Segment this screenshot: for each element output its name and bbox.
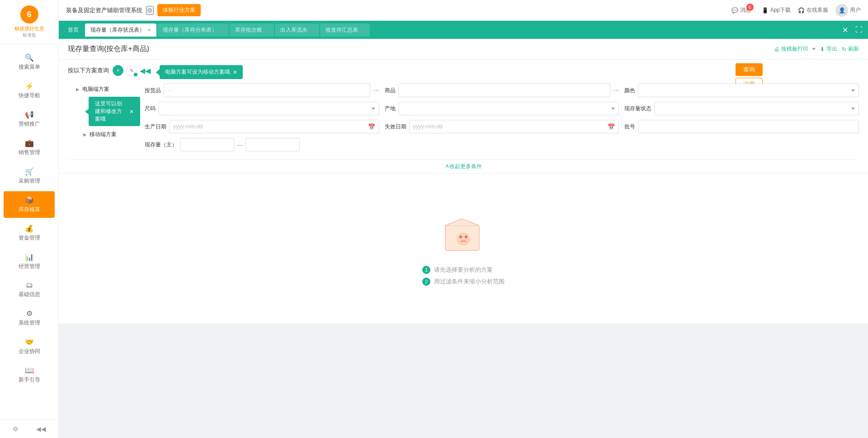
- sidebar-item-purchase[interactable]: 🛒 采购管理: [4, 163, 55, 189]
- export-button[interactable]: ⬇ 导出: [820, 45, 837, 53]
- sidebar-item-operation[interactable]: 📊 经营管理: [4, 248, 55, 275]
- expire-date-field: 失效日期 yyyy-mm-dd 📅: [385, 120, 619, 133]
- user-action[interactable]: 👤 用户: [835, 4, 861, 17]
- stock-status-field: 现存量状态: [624, 102, 859, 115]
- edit-scheme-button[interactable]: ✎: [126, 65, 137, 76]
- scheme-tooltip: 电脑方案可设为移动方案哦 ✕: [160, 65, 243, 79]
- marketing-icon: 📢: [25, 110, 34, 119]
- scheme-arrow-icon[interactable]: ◀◀: [140, 66, 151, 75]
- phone-icon: 📱: [762, 7, 769, 14]
- refresh-label: 刷新: [848, 45, 859, 53]
- search-nav-icon: 🔍: [25, 53, 34, 62]
- sidebar-item-marketing[interactable]: 📢 营销推广: [4, 106, 55, 132]
- sidebar-item-guide[interactable]: 📖 新手引导: [4, 362, 55, 388]
- system-settings-button[interactable]: ⚙: [146, 6, 154, 15]
- tab-close-all-button[interactable]: ✕: [840, 24, 850, 36]
- tree-mobile-expand-icon: ▶: [83, 132, 87, 137]
- expire-date-input[interactable]: yyyy-mm-dd 📅: [409, 120, 619, 133]
- tab-inventory-status[interactable]: 现存量（库存状况表） ✕: [85, 24, 156, 37]
- empty-illustration: [436, 210, 491, 255]
- sidebar-item-finance[interactable]: 💰 资金管理: [4, 220, 55, 246]
- inventory-min-input[interactable]: [180, 138, 234, 151]
- add-scheme-button[interactable]: +: [113, 65, 123, 76]
- system-icon: ⚙: [26, 309, 33, 318]
- tab-close-icon[interactable]: ✕: [147, 28, 151, 33]
- tab-summary-label: 收发存汇总表: [326, 26, 358, 34]
- message-icon: 💬: [731, 7, 738, 14]
- refresh-button[interactable]: ↻ 刷新: [842, 45, 859, 53]
- tab-close-icon[interactable]: ✕: [265, 28, 269, 33]
- sidebar-item-cooperation[interactable]: 🤝 企业协同: [4, 333, 55, 360]
- sidebar-item-search[interactable]: 🔍 搜索菜单: [4, 49, 55, 75]
- tab-inventory-distribution[interactable]: 现存量（库存分布表） ✕: [157, 24, 229, 37]
- step-num-2: 2: [422, 278, 430, 286]
- logo-text: 畅捷通好生意: [14, 25, 44, 32]
- inventory-icon: 📦: [25, 196, 34, 204]
- product-input-area[interactable]: [398, 84, 610, 97]
- app-download-action[interactable]: 📱 App下载: [762, 6, 791, 14]
- batch-label: 批号: [624, 123, 635, 131]
- create-tooltip-close[interactable]: ✕: [129, 108, 134, 115]
- sidebar-item-sales[interactable]: 💼 销售管理: [4, 134, 55, 161]
- tab-fullscreen-button[interactable]: ⛶: [854, 24, 864, 36]
- tab-close-icon[interactable]: ✕: [310, 28, 314, 33]
- scheme-item-desktop[interactable]: ▶ 电脑端方案: [72, 84, 140, 95]
- scheme-tooltip-close[interactable]: ✕: [233, 69, 237, 75]
- online-support-action[interactable]: 🎧 在线客服: [798, 6, 828, 14]
- sidebar-item-label: 经营管理: [19, 263, 40, 270]
- sidebar-item-label: 销售管理: [19, 149, 40, 156]
- collapse-sidebar-icon[interactable]: ◀◀: [36, 425, 46, 433]
- sidebar-item-label: 基础信息: [19, 291, 40, 298]
- inventory-max-input[interactable]: [245, 138, 300, 151]
- inventory-range-sep: —: [237, 141, 243, 148]
- query-button[interactable]: 查询: [736, 63, 763, 76]
- print-icon: 🖨: [774, 46, 779, 52]
- sidebar-item-quicknav[interactable]: ⚡ 快捷导航: [4, 77, 55, 104]
- page-actions: 🖨 按模板打印 ⬇ 导出 ↻ 刷新: [774, 45, 859, 53]
- sidebar-item-inventory[interactable]: 📦 库存核算: [4, 191, 55, 218]
- user-label: 用户: [850, 6, 861, 14]
- tab-home[interactable]: 首页: [62, 24, 84, 37]
- header-right: 💬 消息 6 📱 App下载 🎧 在线客服 👤 用户: [731, 4, 861, 17]
- sidebar-item-label: 企业协同: [19, 348, 40, 355]
- message-action[interactable]: 💬 消息 6: [731, 6, 751, 14]
- header-left: 装备及固定资产辅助管理系统 ⚙ 体验行业方案: [66, 4, 201, 16]
- warehouse-label: 按货品: [145, 87, 161, 94]
- export-icon: ⬇: [820, 46, 825, 52]
- top-header: 装备及固定资产辅助管理系统 ⚙ 体验行业方案 💬 消息 6 📱 App下载 🎧 …: [59, 0, 868, 21]
- tab-close-icon[interactable]: ✕: [220, 28, 223, 33]
- warehouse-input-area: ···: [164, 84, 370, 97]
- tab-batch-account[interactable]: 库存批次账 ✕: [230, 24, 274, 37]
- origin-select[interactable]: [398, 102, 619, 115]
- batch-input[interactable]: [638, 120, 859, 133]
- size-field: 尺码: [145, 102, 379, 115]
- tab-inout-flow[interactable]: 出入库流水 ✕: [275, 24, 319, 37]
- tab-inventory-distribution-label: 现存量（库存分布表）: [163, 26, 217, 34]
- warehouse-dots-btn[interactable]: ···: [373, 86, 379, 94]
- page-header: 现存量查询(按仓库+商品) 🖨 按模板打印 ⬇ 导出 ↻: [59, 39, 868, 60]
- tab-inout-flow-label: 出入库流水: [280, 26, 307, 34]
- sidebar: 6 畅捷通好生意 标准版 🔍 搜索菜单 ⚡ 快捷导航 📢 营销推广 💼 销售管理: [0, 0, 59, 438]
- color-select[interactable]: [638, 84, 859, 97]
- template-print-button[interactable]: 🖨 按模板打印: [774, 45, 816, 53]
- experience-button[interactable]: 体验行业方案: [157, 4, 201, 16]
- stock-status-select[interactable]: [654, 102, 859, 115]
- cooperation-icon: 🤝: [25, 338, 34, 346]
- settings-bottom-icon[interactable]: ⚙: [13, 425, 19, 433]
- sidebar-item-basic[interactable]: 🗂 基础信息: [4, 277, 55, 303]
- tab-summary[interactable]: 收发存汇总表 ✕: [320, 24, 370, 37]
- logo-icon: 6: [20, 5, 38, 24]
- scheme-item-mobile[interactable]: ▶ 移动端方案: [80, 129, 140, 140]
- inventory-field: 现存量（主） —: [145, 138, 300, 151]
- batch-field: 批号: [624, 120, 859, 133]
- sidebar-item-system[interactable]: ⚙ 系统管理: [4, 305, 55, 331]
- product-dots-btn[interactable]: ···: [613, 86, 619, 94]
- tab-close-icon[interactable]: ✕: [361, 28, 364, 33]
- sidebar-item-label: 系统管理: [19, 319, 40, 327]
- system-title: 装备及固定资产辅助管理系统: [66, 6, 142, 14]
- create-scheme-text: 这里可以创建和修改方案哦: [95, 100, 123, 123]
- produce-date-input[interactable]: yyyy-mm-dd 📅: [169, 120, 379, 133]
- collapse-filter-button[interactable]: ∧ 收起更多条件: [68, 160, 859, 173]
- guide-icon: 📖: [25, 366, 34, 375]
- size-select[interactable]: [158, 102, 379, 115]
